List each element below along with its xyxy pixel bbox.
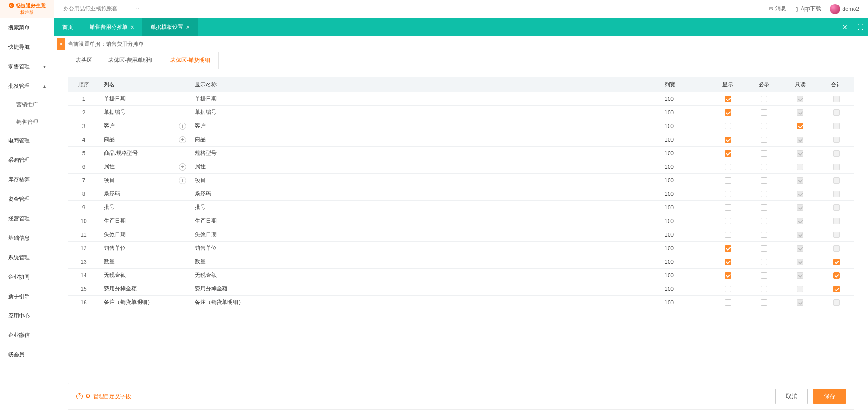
checkbox[interactable] [725, 150, 731, 157]
checkbox[interactable] [725, 96, 731, 102]
cell-width[interactable]: 100 [660, 282, 710, 296]
cell-display[interactable]: 生产日期 [190, 214, 660, 228]
cell-width[interactable]: 100 [660, 228, 710, 242]
checkbox[interactable] [761, 299, 767, 306]
messages-button[interactable]: ✉ 消息 [769, 5, 786, 13]
cell-display[interactable]: 销售单位 [190, 242, 660, 255]
cell-width[interactable]: 100 [660, 269, 710, 282]
checkbox[interactable] [761, 150, 767, 157]
sidebar-item-1[interactable]: 快捷导航 [0, 38, 54, 57]
sidebar-item-13[interactable]: 应用中心 [0, 306, 54, 326]
checkbox[interactable] [725, 286, 731, 292]
cell-width[interactable]: 100 [660, 133, 710, 147]
checkbox[interactable] [761, 272, 767, 279]
checkbox[interactable] [725, 218, 731, 224]
inner-tab-1[interactable]: 表体区-费用单明细 [100, 52, 162, 69]
sidebar-item-2[interactable]: 零售管理▾ [0, 57, 54, 76]
checkbox[interactable] [833, 286, 840, 292]
close-icon[interactable]: ✕ [186, 24, 190, 30]
sidebar-item-10[interactable]: 系统管理 [0, 248, 54, 267]
sidebar-item-8[interactable]: 经营管理 [0, 209, 54, 228]
manage-custom-fields-link[interactable]: ? ⚙ 管理自定义字段 [76, 393, 131, 400]
inner-tab-2[interactable]: 表体区-销货明细 [162, 52, 219, 69]
sidebar-item-4[interactable]: 电商管理 [0, 131, 54, 151]
inner-tab-0[interactable]: 表头区 [68, 52, 100, 69]
cell-display[interactable]: 无税金额 [190, 269, 660, 282]
checkbox[interactable] [725, 123, 731, 129]
sidebar-item-6[interactable]: 库存核算 [0, 170, 54, 190]
app-download-button[interactable]: ▯ App下载 [795, 5, 821, 13]
checkbox[interactable] [761, 164, 767, 170]
cell-width[interactable]: 100 [660, 214, 710, 228]
checkbox[interactable] [725, 191, 731, 197]
checkbox[interactable] [761, 286, 767, 292]
expand-icon[interactable]: + [179, 123, 186, 130]
cell-width[interactable]: 100 [660, 187, 710, 201]
cell-width[interactable]: 100 [660, 242, 710, 255]
tab-0[interactable]: 首页 [54, 18, 81, 36]
sidebar-item-15[interactable]: 畅会员 [0, 345, 54, 365]
checkbox[interactable] [761, 109, 767, 116]
checkbox[interactable] [725, 137, 731, 143]
cell-display[interactable]: 单据日期 [190, 92, 660, 106]
cell-width[interactable]: 100 [660, 255, 710, 269]
sidebar-item-3[interactable]: 批发管理▴ [0, 76, 54, 96]
checkbox[interactable] [725, 232, 731, 238]
cell-display[interactable]: 项目 [190, 174, 660, 187]
checkbox[interactable] [725, 204, 731, 211]
cell-width[interactable]: 100 [660, 147, 710, 160]
cell-display[interactable]: 备注（销货单明细） [190, 296, 660, 309]
user-menu[interactable]: demo2 [830, 4, 859, 14]
close-all-tabs-button[interactable]: ✕ [837, 18, 853, 36]
cell-width[interactable]: 100 [660, 296, 710, 309]
cell-display[interactable]: 单据编号 [190, 106, 660, 119]
cell-display[interactable]: 条形码 [190, 187, 660, 201]
cell-width[interactable]: 100 [660, 106, 710, 119]
checkbox[interactable] [725, 272, 731, 279]
cell-display[interactable]: 费用分摊金额 [190, 282, 660, 296]
cancel-button[interactable]: 取消 [775, 389, 808, 404]
tab-2[interactable]: 单据模板设置✕ [142, 18, 198, 36]
checkbox[interactable] [761, 191, 767, 197]
sidebar-item-11[interactable]: 企业协同 [0, 267, 54, 287]
cell-display[interactable]: 规格型号 [190, 147, 660, 160]
sidebar-item-14[interactable]: 企业微信 [0, 326, 54, 345]
cell-width[interactable]: 100 [660, 160, 710, 174]
cell-display[interactable]: 失效日期 [190, 228, 660, 242]
checkbox[interactable] [725, 164, 731, 170]
cell-width[interactable]: 100 [660, 201, 710, 214]
tab-1[interactable]: 销售费用分摊单✕ [81, 18, 142, 36]
checkbox[interactable] [725, 245, 731, 252]
close-icon[interactable]: ✕ [130, 24, 134, 30]
sidebar-subitem-3-1[interactable]: 销售管理 [0, 114, 54, 131]
checkbox[interactable] [761, 96, 767, 102]
cell-width[interactable]: 100 [660, 119, 710, 133]
cell-width[interactable]: 100 [660, 174, 710, 187]
sidebar-item-5[interactable]: 采购管理 [0, 151, 54, 170]
checkbox[interactable] [761, 177, 767, 184]
checkbox[interactable] [725, 259, 731, 265]
checkbox[interactable] [833, 259, 840, 265]
checkbox[interactable] [761, 137, 767, 143]
checkbox[interactable] [761, 123, 767, 129]
sidebar-item-0[interactable]: 搜索菜单 [0, 18, 54, 38]
sidebar-item-7[interactable]: 资金管理 [0, 190, 54, 209]
checkbox[interactable] [761, 232, 767, 238]
cell-display[interactable]: 数量 [190, 255, 660, 269]
checkbox[interactable] [797, 123, 803, 129]
checkbox[interactable] [761, 204, 767, 211]
expand-panel-button[interactable]: » [57, 38, 65, 50]
expand-icon[interactable]: + [179, 163, 186, 171]
checkbox[interactable] [725, 177, 731, 184]
expand-icon[interactable]: + [179, 177, 186, 184]
cell-display[interactable]: 批号 [190, 201, 660, 214]
cell-display[interactable]: 属性 [190, 160, 660, 174]
checkbox[interactable] [725, 299, 731, 306]
cell-display[interactable]: 客户 [190, 119, 660, 133]
sidebar-subitem-3-0[interactable]: 营销推广 [0, 96, 54, 114]
checkbox[interactable] [725, 109, 731, 116]
checkbox[interactable] [833, 272, 840, 279]
cell-display[interactable]: 商品 [190, 133, 660, 147]
save-button[interactable]: 保存 [813, 389, 846, 404]
expand-icon[interactable]: + [179, 136, 186, 143]
